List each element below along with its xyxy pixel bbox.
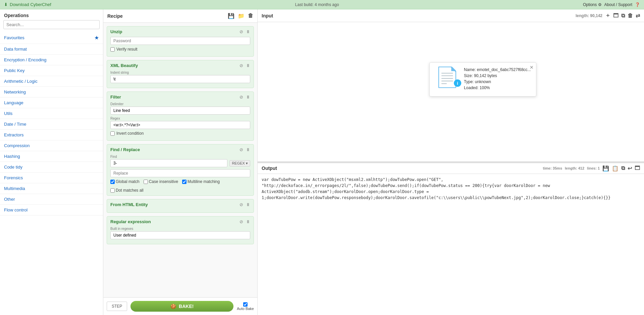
sidebar-item-extractors[interactable]: Extractors xyxy=(0,130,103,140)
load-recipe-button[interactable]: 📁 xyxy=(238,13,245,19)
sidebar-title: Operations xyxy=(0,9,103,20)
output-area: Output time: 35ms length: 412 lines: 1 💾… xyxy=(258,163,644,315)
copy-output-button[interactable]: 📋 xyxy=(612,165,619,172)
case-insensitive-label[interactable]: Case insensitive xyxy=(144,179,178,184)
switch-io-button[interactable]: ⇄ xyxy=(636,12,640,19)
sidebar-item-networking[interactable]: Networking xyxy=(0,87,103,98)
file-info-card: ✕ 📄 i Name: emotet_doc_6abc7527f68cc... … xyxy=(429,62,536,97)
file-close-button[interactable]: ✕ xyxy=(530,65,534,70)
case-insensitive-checkbox[interactable] xyxy=(144,180,148,184)
file-type: Type: unknown xyxy=(464,79,531,84)
sidebar-item-label-public-key: Public Key xyxy=(4,68,24,73)
dot-matches-all-checkbox[interactable] xyxy=(110,188,115,193)
sidebar-item-label-networking: Networking xyxy=(4,89,26,94)
input-body[interactable]: ✕ 📄 i Name: emotet_doc_6abc7527f68cc... … xyxy=(258,22,644,162)
unzip-disable-icon[interactable]: ⊘ xyxy=(239,29,243,34)
sidebar-item-label-code-tidy: Code tidy xyxy=(4,165,22,170)
regex-mode-selector[interactable]: REGEX ▾ xyxy=(229,160,250,167)
global-match-checkbox[interactable] xyxy=(110,180,115,184)
xml-beautify-disable-icon[interactable]: ⊘ xyxy=(239,63,243,68)
sidebar-item-multimedia[interactable]: Multimedia xyxy=(0,183,103,194)
sidebar-item-language[interactable]: Language xyxy=(0,98,103,108)
sidebar-item-favourites[interactable]: Favourites★ xyxy=(0,32,103,44)
sidebar-item-date-time[interactable]: Date / Time xyxy=(0,119,103,130)
sidebar-item-hashing[interactable]: Hashing xyxy=(0,151,103,162)
filter-regex-label: Regex xyxy=(110,117,250,120)
input-length: length: 90,142 xyxy=(576,13,602,18)
sidebar-item-utils[interactable]: Utils xyxy=(0,108,103,119)
multiline-matching-label[interactable]: Multiline matching xyxy=(182,179,220,184)
delimiter-input[interactable] xyxy=(110,107,250,115)
sidebar-item-encryption-encoding[interactable]: Encryption / Encoding xyxy=(0,55,103,65)
unzip-pause-icon[interactable]: ⏸ xyxy=(246,29,250,34)
sidebar-item-code-tidy[interactable]: Code tidy xyxy=(0,162,103,173)
maximise-output-button[interactable]: 🗖 xyxy=(635,165,640,171)
sidebar-list: Favourites★Data formatEncryption / Encod… xyxy=(0,32,103,315)
autobake-checkbox[interactable] xyxy=(243,302,248,307)
built-in-regexes-input[interactable] xyxy=(110,231,250,239)
recipe-panel: Recipe 💾 📁 🗑 Unzip ⊘ ⏸ xyxy=(103,9,258,315)
unzip-password-input[interactable] xyxy=(110,37,250,45)
bake-button[interactable]: 🍪 BAKE! xyxy=(130,301,233,312)
multiline-matching-checkbox[interactable] xyxy=(182,180,186,184)
find-replace-disable-icon[interactable]: ⊘ xyxy=(239,147,243,152)
save-recipe-button[interactable]: 💾 xyxy=(228,13,234,19)
topbar-right: Options ⚙ About / Support ❓ xyxy=(583,2,640,7)
search-input[interactable] xyxy=(3,20,100,29)
regular-expression-disable-icon[interactable]: ⊘ xyxy=(239,219,243,224)
filter-disable-icon[interactable]: ⊘ xyxy=(239,94,243,100)
filter-regex-input[interactable] xyxy=(110,121,250,129)
autobake-container: Auto Bake xyxy=(237,302,254,311)
add-input-button[interactable]: ＋ xyxy=(605,12,610,19)
sidebar-item-label-hashing: Hashing xyxy=(4,154,20,159)
sidebar-item-label-multimedia: Multimedia xyxy=(4,186,25,191)
sidebar-item-label-other: Other xyxy=(4,197,15,202)
options-link[interactable]: Options ⚙ xyxy=(583,2,602,7)
about-link[interactable]: About / Support xyxy=(604,2,632,7)
replace-input[interactable] xyxy=(110,169,250,177)
sidebar-item-other[interactable]: Other xyxy=(0,194,103,205)
unzip-card: Unzip ⊘ ⏸ Verify result xyxy=(107,26,254,57)
sidebar-item-public-key[interactable]: Public Key xyxy=(0,65,103,76)
clear-input-button[interactable]: 🗑 xyxy=(628,13,633,19)
find-input[interactable] xyxy=(110,159,227,167)
output-title: Output xyxy=(262,166,277,171)
output-to-input-button[interactable]: ⧉ xyxy=(621,165,625,171)
regular-expression-title: Regular expression xyxy=(110,219,151,224)
info-icon: i xyxy=(454,79,461,87)
download-link[interactable]: ⬇ Download CyberChef xyxy=(4,2,51,7)
sidebar-item-flow-control[interactable]: Flow control xyxy=(0,205,103,215)
sidebar-item-label-compression: Compression xyxy=(4,143,30,148)
recipe-title: Recipe xyxy=(107,13,123,19)
dot-matches-all-label[interactable]: Dot matches all xyxy=(110,188,144,193)
regular-expression-pause-icon[interactable]: ⏸ xyxy=(246,219,250,224)
recipe-header-icons: 💾 📁 🗑 xyxy=(228,13,253,19)
maximise-input-button[interactable]: 🗖 xyxy=(613,13,619,19)
undo-output-button[interactable]: ↩ xyxy=(628,165,632,172)
global-match-label[interactable]: Global match xyxy=(110,179,140,184)
sidebar-item-data-format[interactable]: Data format xyxy=(0,44,103,55)
from-html-entity-pause-icon[interactable]: ⏸ xyxy=(246,202,250,207)
file-size: Size: 90,142 bytes xyxy=(464,73,531,78)
xml-beautify-pause-icon[interactable]: ⏸ xyxy=(246,63,250,68)
sidebar-item-label-date-time: Date / Time xyxy=(4,122,26,127)
indent-string-input[interactable] xyxy=(110,75,250,83)
sidebar-item-label-flow-control: Flow control xyxy=(4,207,28,212)
from-html-entity-disable-icon[interactable]: ⊘ xyxy=(239,202,243,207)
sidebar-item-label-forensics: Forensics xyxy=(4,175,23,180)
find-replace-pause-icon[interactable]: ⏸ xyxy=(246,147,250,152)
invert-condition-checkbox[interactable] xyxy=(110,131,115,136)
sidebar-item-forensics[interactable]: Forensics xyxy=(0,173,103,183)
build-info: Last build: 4 months ago xyxy=(295,2,339,7)
save-output-button[interactable]: 💾 xyxy=(602,165,609,172)
sidebar-item-label-language: Language xyxy=(4,100,23,105)
clear-recipe-button[interactable]: 🗑 xyxy=(248,13,253,19)
sidebar-item-arithmetic-logic[interactable]: Arithmetic / Logic xyxy=(0,76,103,87)
sidebar-item-compression[interactable]: Compression xyxy=(0,140,103,151)
output-time: time: 35ms xyxy=(543,166,562,170)
filter-pause-icon[interactable]: ⏸ xyxy=(246,94,250,100)
step-button[interactable]: STEP xyxy=(107,302,127,311)
restore-input-button[interactable]: ⧉ xyxy=(621,13,625,19)
recipe-header: Recipe 💾 📁 🗑 xyxy=(103,9,257,23)
verify-result-checkbox[interactable] xyxy=(110,47,115,52)
